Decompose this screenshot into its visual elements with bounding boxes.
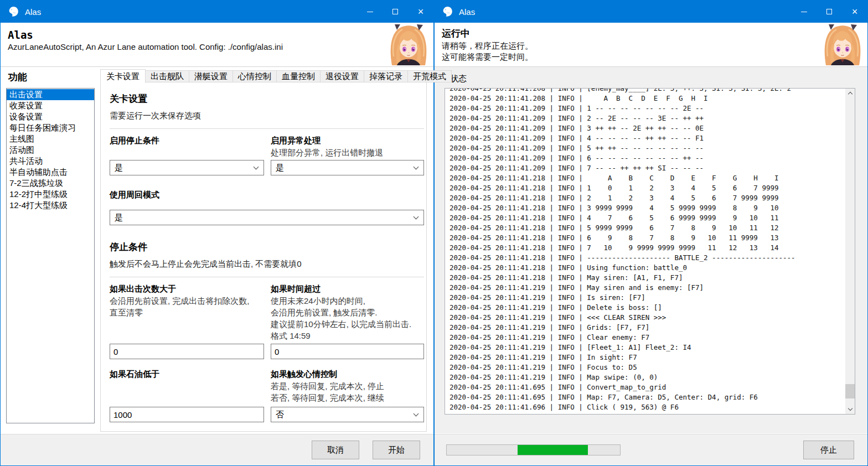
log-line: 2020-04-25 20:11:41.208 | INFO | [enemy_… bbox=[450, 89, 845, 94]
if-oil-input[interactable] bbox=[110, 407, 264, 422]
runner-title: 运行中 bbox=[442, 27, 867, 40]
settings-main: 关卡设置出击舰队潜艇设置心情控制血量控制退役设置掉落记录开荒模式 关卡设置 需要… bbox=[100, 69, 427, 432]
enable-exception-label: 启用异常处理 bbox=[271, 134, 424, 147]
scroll-down-button[interactable] bbox=[845, 405, 855, 414]
app-title: Alas bbox=[8, 29, 433, 41]
log-line: 2020-04-25 20:11:41.219 | INFO | Delete … bbox=[450, 303, 845, 313]
log-line: 2020-04-25 20:11:41.218 | INFO | Using f… bbox=[450, 263, 845, 273]
stop-button[interactable]: 停止 bbox=[803, 441, 854, 459]
maximize-button[interactable] bbox=[817, 1, 842, 23]
if-emotion-label: 如果触发心情控制 bbox=[271, 368, 424, 380]
titlebar[interactable]: Alas × bbox=[1, 1, 433, 23]
app-subtitle: AzurLaneAutoScript, An Azur Lane automat… bbox=[8, 42, 433, 51]
tab[interactable]: 出击舰队 bbox=[145, 70, 189, 82]
cancel-button[interactable]: 取消 bbox=[312, 441, 359, 459]
enable-exception-select[interactable]: 是 bbox=[271, 160, 424, 175]
chevron-down-icon bbox=[414, 214, 419, 220]
sidebar-item[interactable]: 7-2三战拣垃圾 bbox=[7, 178, 94, 189]
close-icon: × bbox=[852, 7, 858, 17]
log-line: 2020-04-25 20:11:41.696 | INFO | Click (… bbox=[450, 402, 845, 412]
log-line: 2020-04-25 20:11:41.209 | INFO | 5 ++ ++… bbox=[450, 143, 845, 153]
app-header: Alas AzurLaneAutoScript, An Azur Lane au… bbox=[1, 23, 433, 67]
close-button[interactable]: × bbox=[842, 1, 867, 23]
sidebar-item[interactable]: 设备设置 bbox=[7, 111, 94, 122]
avatar bbox=[822, 24, 863, 65]
runner-window: Alas × 运行中 请稍等，程序正在运行。 这可能将需要一定时间。 状态 20… bbox=[434, 0, 868, 466]
log-line: 2020-04-25 20:11:41.218 | INFO | 3 9999 … bbox=[450, 203, 845, 213]
log-line: 2020-04-25 20:11:41.219 | INFO | <<< CLE… bbox=[450, 313, 845, 323]
runner-line1: 请稍等，程序正在运行。 bbox=[442, 40, 867, 51]
spacer bbox=[110, 380, 264, 406]
log-line: 2020-04-25 20:11:41.219 | INFO | Map swi… bbox=[450, 372, 845, 382]
desktop: Alas × Alas AzurLaneAutoScript, An Azur … bbox=[0, 0, 868, 466]
log-line: 2020-04-25 20:11:41.218 | INFO | 7 10 9 … bbox=[450, 243, 845, 253]
tab[interactable]: 退役设置 bbox=[320, 70, 364, 82]
loop-mode-label: 使用周回模式 bbox=[110, 189, 424, 201]
desc-line: 直至清零 bbox=[110, 307, 264, 318]
desc-line: 格式 14:59 bbox=[271, 330, 424, 341]
config-window: Alas × Alas AzurLaneAutoScript, An Azur … bbox=[0, 0, 434, 466]
log-line: 2020-04-25 20:11:41.208 | INFO | A B C D… bbox=[450, 94, 845, 103]
log-line: 2020-04-25 20:11:41.209 | INFO | 6 -- --… bbox=[450, 153, 845, 163]
log-line: 2020-04-25 20:11:41.209 | INFO | 3 ++ ++… bbox=[450, 123, 845, 133]
desc-line: 会沿用先前设置, 触发后清零. bbox=[271, 307, 424, 318]
close-button[interactable]: × bbox=[408, 1, 433, 23]
stop-section-desc: 触发后不会马上停止会先完成当前出击, 不需要就填0 bbox=[110, 259, 424, 270]
avatar bbox=[388, 24, 429, 65]
tab[interactable]: 掉落记录 bbox=[364, 70, 408, 82]
maximize-button[interactable] bbox=[383, 1, 408, 23]
log-line: 2020-04-25 20:11:41.209 | INFO | 4 -- --… bbox=[450, 133, 845, 143]
log-line: 2020-04-25 20:11:41.695 | INFO | Convert… bbox=[450, 382, 845, 392]
sidebar-item[interactable]: 半自动辅助点击 bbox=[7, 167, 94, 178]
minimize-button[interactable] bbox=[791, 1, 817, 23]
chevron-up-icon bbox=[848, 92, 852, 96]
minimize-button[interactable] bbox=[357, 1, 383, 23]
sidebar-item[interactable]: 活动图 bbox=[7, 144, 94, 156]
if-emotion-desc: 若是, 等待回复, 完成本次, 停止 若否, 等待回复, 完成本次, 继续 bbox=[271, 380, 424, 406]
log-output[interactable]: 2020-04-25 20:11:41.208 | INFO | [enemy_… bbox=[445, 88, 855, 415]
loop-mode-select[interactable]: 是 bbox=[110, 210, 424, 225]
sidebar-item[interactable]: 共斗活动 bbox=[7, 156, 94, 167]
start-button[interactable]: 开始 bbox=[373, 441, 420, 459]
if-emotion-select[interactable]: 否 bbox=[271, 407, 424, 422]
stop-section-title: 停止条件 bbox=[110, 241, 424, 253]
scrollbar-thumb[interactable] bbox=[845, 384, 855, 398]
sidebar-item[interactable]: 主线图 bbox=[7, 133, 94, 144]
window-title: Alas bbox=[25, 7, 41, 17]
desc-line: 建议提前10分钟左右, 以完成当前出击. bbox=[271, 318, 424, 330]
log-line: 2020-04-25 20:11:41.219 | INFO | [Fleet_… bbox=[450, 343, 845, 353]
sidebar-item[interactable]: 收菜设置 bbox=[7, 100, 94, 111]
chevron-down-icon bbox=[414, 164, 419, 170]
sidebar-item[interactable]: 每日任务困难演习 bbox=[7, 122, 94, 133]
enable-stop-value: 是 bbox=[115, 163, 123, 173]
close-icon: × bbox=[418, 7, 424, 17]
spacer bbox=[110, 147, 264, 159]
status-area: 状态 2020-04-25 20:11:41.208 | INFO | [ene… bbox=[435, 67, 867, 433]
enable-stop-select[interactable]: 是 bbox=[110, 160, 264, 175]
alas-app-icon bbox=[441, 6, 453, 18]
tab[interactable]: 心情控制 bbox=[232, 70, 277, 82]
log-scrollbar[interactable] bbox=[845, 89, 855, 414]
function-listbox[interactable]: 出击设置收菜设置设备设置每日任务困难演习主线图活动图共斗活动半自动辅助点击7-2… bbox=[6, 88, 95, 423]
sidebar-heading: 功能 bbox=[8, 71, 27, 84]
tab[interactable]: 关卡设置 bbox=[100, 69, 146, 83]
tab[interactable]: 开荒模式 bbox=[407, 70, 452, 82]
log-line: 2020-04-25 20:11:41.218 | INFO | 2 1 2 3… bbox=[450, 193, 845, 203]
log-line: 2020-04-25 20:11:41.209 | INFO | 1 -- --… bbox=[450, 103, 845, 113]
alas-app-icon bbox=[7, 6, 19, 18]
titlebar[interactable]: Alas × bbox=[435, 1, 867, 23]
runner-footer: 停止 bbox=[435, 434, 867, 465]
sidebar-item[interactable]: 出击设置 bbox=[7, 89, 94, 100]
tab[interactable]: 血量控制 bbox=[276, 70, 321, 82]
enable-stop-label: 启用停止条件 bbox=[110, 134, 264, 147]
log-line: 2020-04-25 20:11:41.218 | INFO | 4 7 6 5… bbox=[450, 213, 845, 223]
sidebar-item[interactable]: 12-4打大型练级 bbox=[7, 200, 94, 211]
sidebar-item[interactable]: 12-2打中型练级 bbox=[7, 189, 94, 200]
scroll-up-button[interactable] bbox=[845, 89, 855, 98]
if-count-input[interactable] bbox=[110, 344, 264, 359]
settings-tabs: 关卡设置出击舰队潜艇设置心情控制血量控制退役设置掉落记录开荒模式 bbox=[100, 69, 427, 82]
tab[interactable]: 潜艇设置 bbox=[189, 70, 233, 82]
if-time-input[interactable] bbox=[271, 344, 424, 359]
log-line: 2020-04-25 20:11:41.209 | INFO | 2 -- 2E… bbox=[450, 113, 845, 123]
window-controls: × bbox=[791, 1, 867, 23]
